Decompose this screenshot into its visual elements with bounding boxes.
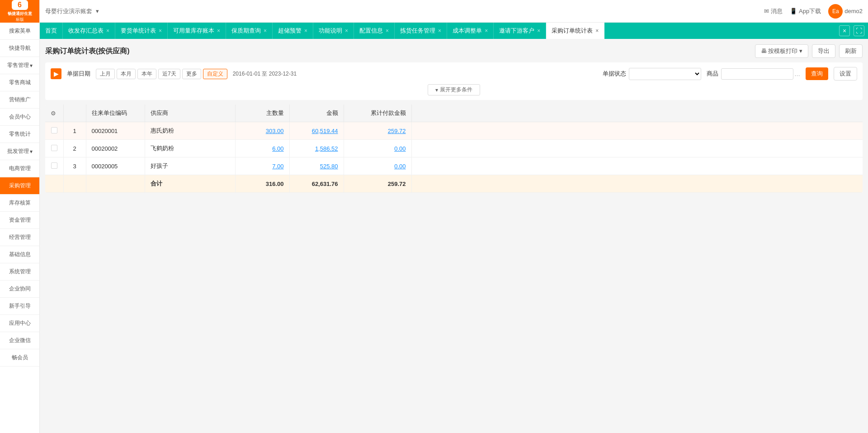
tab-close-icon[interactable]: × [159, 28, 162, 34]
sidebar-item-search[interactable]: 搜索英单 [0, 23, 39, 40]
tab-close-icon[interactable]: × [438, 28, 441, 34]
sidebar-item-member[interactable]: 会员中心 [0, 109, 39, 126]
date-last-month-btn[interactable]: 上月 [96, 69, 115, 79]
export-btn[interactable]: 导出 [812, 44, 835, 58]
top-bar: 母婴行业演示账套 ▾ ✉ 消息 📱 App下载 Ea demo2 [40, 0, 868, 23]
tab-close-icon[interactable]: × [217, 28, 220, 34]
sidebar-item-inventory[interactable]: 库存核算 [0, 195, 39, 212]
status-select[interactable] [629, 68, 701, 80]
sidebar-item-member2[interactable]: 畅会员 [0, 349, 39, 366]
tab-pick-task[interactable]: 拣货任务管理 × [395, 23, 447, 39]
tab-purchase-stat[interactable]: 采购订单统计表 × [546, 23, 604, 39]
row-checkbox[interactable] [51, 162, 57, 169]
tab-avail-inv[interactable]: 可用量库存账本 × [168, 23, 226, 39]
fullscreen-btn[interactable]: ⛶ [854, 25, 864, 36]
date-last-7days-btn[interactable]: 近7天 [158, 69, 180, 79]
tab-invite-down[interactable]: 邀请下游客户 × [494, 23, 546, 39]
td-amount[interactable]: 60,519.44 [289, 122, 344, 140]
tab-req-goods[interactable]: 要货单统计表 × [115, 23, 168, 39]
goods-input-more-icon[interactable]: … [794, 71, 800, 77]
tab-home[interactable]: 首页 [40, 23, 63, 39]
tab-close-icon[interactable]: × [106, 28, 109, 34]
td-footer-empty2 [63, 175, 86, 193]
store-selector[interactable]: 母婴行业演示账套 ▾ [45, 7, 99, 15]
table-body: 1 00020001 惠氏奶粉 303.00 60,519.44 259.72 … [45, 122, 863, 175]
td-amount[interactable]: 525.80 [289, 157, 344, 175]
sidebar-item-newbie[interactable]: 新手引导 [0, 298, 39, 315]
query-btn[interactable]: 查询 [806, 67, 828, 80]
sidebar-item-app-center[interactable]: 应用中心 [0, 315, 39, 332]
td-qty[interactable]: 303.00 [235, 122, 289, 140]
tab-close-icon[interactable]: × [595, 28, 599, 34]
tab-overstock[interactable]: 超储预警 × [273, 23, 313, 39]
tab-collect-pay[interactable]: 收发存汇总表 × [63, 23, 115, 39]
chevron-down-icon: ▾ [30, 148, 33, 155]
row-checkbox[interactable] [51, 127, 57, 133]
sidebar: 6 畅捷通好生意 标版 搜索英单 快捷导航 零售管理 ▾ 零售商城 营销推广 会… [0, 0, 40, 433]
tab-close-icon[interactable]: × [485, 28, 488, 34]
tab-cost-adj[interactable]: 成本调整单 × [447, 23, 494, 39]
date-custom-btn[interactable]: 自定义 [203, 69, 227, 79]
td-index: 3 [63, 157, 86, 175]
tab-config-info[interactable]: 配置信息 × [354, 23, 395, 39]
sidebar-item-retail-stat[interactable]: 零售统计 [0, 126, 39, 143]
settings-btn[interactable]: 设置 [834, 67, 857, 81]
td-footer-amount: 62,631.76 [289, 175, 344, 193]
tab-close-icon[interactable]: × [537, 28, 540, 34]
td-paid[interactable]: 0.00 [344, 157, 411, 175]
sidebar-item-retail[interactable]: 零售管理 ▾ [0, 57, 39, 74]
sidebar-item-corp-wechat[interactable]: 企业微信 [0, 332, 39, 349]
sidebar-item-shortcut[interactable]: 快捷导航 [0, 40, 39, 57]
date-range-display: 2016-01-01 至 2023-12-31 [233, 70, 297, 78]
message-btn[interactable]: ✉ 消息 [764, 7, 783, 15]
dropdown-arrow-icon: ▾ [96, 8, 99, 14]
td-extra [411, 157, 863, 175]
sidebar-item-ops[interactable]: 经营管理 [0, 229, 39, 246]
sidebar-item-wholesale[interactable]: 批发管理 ▾ [0, 143, 39, 160]
refresh-btn[interactable]: 刷新 [839, 44, 863, 58]
date-this-year-btn[interactable]: 本年 [137, 69, 156, 79]
td-qty[interactable]: 7.00 [235, 157, 289, 175]
table-container: ⚙ 往来单位编码 供应商 主数量 金额 累计付款金额 1 [45, 105, 863, 193]
filter-row: ▶ 单据日期 上月 本月 本年 近7天 更多 自定义 2016-01-01 至 … [51, 67, 857, 81]
column-settings-icon[interactable]: ⚙ [51, 110, 56, 117]
sidebar-item-purchase[interactable]: 采购管理 [0, 177, 39, 195]
sidebar-item-basic[interactable]: 基础信息 [0, 246, 39, 263]
sidebar-item-corp[interactable]: 企业协同 [0, 281, 39, 298]
print-btn[interactable]: 🖶 按模板打印 ▾ [755, 44, 808, 58]
sidebar-item-system[interactable]: 系统管理 [0, 263, 39, 281]
goods-input[interactable] [721, 68, 793, 80]
td-amount[interactable]: 1,586.52 [289, 140, 344, 157]
sidebar-item-retail-shop[interactable]: 零售商城 [0, 74, 39, 91]
td-paid[interactable]: 259.72 [344, 122, 411, 140]
th-index [63, 105, 86, 122]
td-code: 00020001 [86, 122, 145, 140]
sidebar-logo: 6 畅捷通好生意 标版 [0, 0, 39, 23]
app-download-btn[interactable]: 📱 App下载 [790, 7, 821, 15]
sidebar-item-finance[interactable]: 资金管理 [0, 212, 39, 229]
tab-func-desc[interactable]: 功能说明 × [313, 23, 354, 39]
tab-close-icon[interactable]: × [304, 28, 307, 34]
row-checkbox[interactable] [51, 145, 57, 151]
tab-close-icon[interactable]: × [264, 28, 267, 34]
date-filter-label: 单据日期 [67, 70, 90, 78]
tab-expiry[interactable]: 保质期查询 × [226, 23, 273, 39]
filter-toggle-btn[interactable]: ▶ [51, 68, 61, 79]
close-all-tabs-btn[interactable]: × [839, 25, 850, 36]
sidebar-item-ecom[interactable]: 电商管理 [0, 160, 39, 177]
date-this-month-btn[interactable]: 本月 [117, 69, 136, 79]
chevron-down-icon: ▾ [30, 62, 33, 69]
td-index: 2 [63, 140, 86, 157]
date-filter-btns: 上月 本月 本年 近7天 更多 自定义 [96, 69, 227, 79]
tab-close-icon[interactable]: × [345, 28, 348, 34]
date-more-btn[interactable]: 更多 [182, 69, 201, 79]
tab-close-icon[interactable]: × [386, 28, 389, 34]
sidebar-item-marketing[interactable]: 营销推广 [0, 91, 39, 109]
expand-more-btn[interactable]: ▾ 展开更多条件 [428, 84, 480, 95]
user-profile-btn[interactable]: Ea demo2 [828, 4, 863, 19]
goods-label: 商品 [707, 70, 718, 78]
td-footer-empty3 [86, 175, 145, 193]
td-paid[interactable]: 0.00 [344, 140, 411, 157]
td-qty[interactable]: 6.00 [235, 140, 289, 157]
th-checkbox: ⚙ [45, 105, 63, 122]
